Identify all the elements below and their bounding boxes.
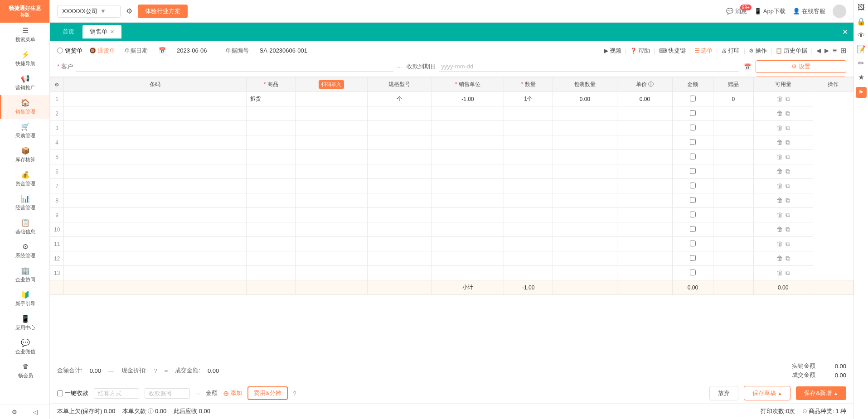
cell-quantity[interactable]: [432, 251, 504, 266]
cell-gift[interactable]: [673, 251, 713, 266]
cell-quantity[interactable]: [432, 164, 504, 179]
barcode-input[interactable]: [68, 139, 242, 146]
cell-barcode[interactable]: [64, 106, 247, 121]
gift-checkbox[interactable]: [690, 154, 696, 159]
cell-quantity[interactable]: [432, 222, 504, 237]
gift-checkbox[interactable]: [690, 270, 696, 275]
sidebar-item-search-order[interactable]: ☰ 搜索菜单: [0, 23, 49, 47]
barcode-input[interactable]: [68, 125, 242, 131]
gift-checkbox[interactable]: [690, 226, 696, 232]
cell-price[interactable]: [553, 135, 617, 150]
settings-button[interactable]: ⚙: [126, 7, 132, 15]
cell-spec[interactable]: [295, 121, 367, 135]
barcode-input[interactable]: [68, 168, 242, 175]
rt-note-icon[interactable]: 📝: [857, 45, 866, 53]
cell-product[interactable]: [247, 121, 296, 135]
delete-icon[interactable]: 🗑: [776, 110, 783, 117]
copy-icon[interactable]: ⧉: [786, 182, 790, 190]
copy-icon[interactable]: ⧉: [786, 269, 790, 277]
cell-barcode[interactable]: [64, 150, 247, 164]
gift-checkbox[interactable]: [690, 96, 696, 101]
account-dots[interactable]: ···: [195, 390, 200, 397]
cell-price[interactable]: [553, 222, 617, 237]
copy-icon[interactable]: ⧉: [786, 255, 790, 262]
cell-barcode[interactable]: [64, 251, 247, 266]
cell-price[interactable]: [553, 106, 617, 121]
copy-icon[interactable]: ⧉: [786, 197, 790, 204]
tab-sales-order[interactable]: 销售单 ✕: [82, 25, 121, 39]
cell-price[interactable]: 0.00: [553, 92, 617, 106]
cell-barcode[interactable]: [64, 92, 247, 106]
cell-product[interactable]: [247, 179, 296, 193]
cell-product[interactable]: [247, 222, 296, 237]
sidebar-item-quick-nav[interactable]: ⚡ 快捷导航: [0, 47, 49, 71]
add-button[interactable]: ⊕ 添加: [223, 389, 242, 398]
copy-icon[interactable]: ⧉: [786, 124, 790, 132]
company-selector[interactable]: XXXXXX公司 ▼: [57, 5, 121, 18]
cell-quantity[interactable]: [432, 106, 504, 121]
sidebar-item-basic-info[interactable]: 📋 基础信息: [0, 215, 49, 239]
scan-button[interactable]: 扫码录入: [319, 80, 344, 89]
delete-icon[interactable]: 🗑: [776, 182, 783, 190]
cell-price[interactable]: [553, 150, 617, 164]
cell-product[interactable]: [247, 164, 296, 179]
cell-quantity[interactable]: [432, 237, 504, 251]
sidebar-item-operations[interactable]: 📊 经营管理: [0, 191, 49, 215]
expense-button[interactable]: 费用&分摊: [247, 386, 288, 400]
app-download-button[interactable]: 📱 App下载: [754, 7, 786, 15]
gift-checkbox[interactable]: [690, 197, 696, 203]
delete-icon[interactable]: 🗑: [776, 240, 783, 248]
cell-spec[interactable]: [295, 135, 367, 150]
copy-icon[interactable]: ⧉: [786, 240, 790, 248]
delete-icon[interactable]: 🗑: [776, 211, 783, 219]
cell-spec[interactable]: [295, 164, 367, 179]
online-service-button[interactable]: 👤 在线客服: [793, 7, 825, 15]
cell-product[interactable]: [247, 135, 296, 150]
gift-checkbox[interactable]: [690, 255, 696, 261]
barcode-input[interactable]: [68, 241, 242, 247]
cell-price[interactable]: [553, 266, 617, 280]
rt-img-icon[interactable]: 🖼: [858, 4, 865, 12]
receive-date-calendar-icon[interactable]: 📅: [744, 63, 751, 70]
rt-eye-icon[interactable]: 👁: [858, 31, 865, 39]
copy-icon[interactable]: ⧉: [786, 139, 790, 146]
cell-quantity[interactable]: [432, 121, 504, 135]
cell-product[interactable]: [247, 193, 296, 208]
cell-spec[interactable]: [295, 251, 367, 266]
rt-star-icon[interactable]: ★: [858, 73, 864, 82]
sidebar-item-purchase[interactable]: 🛒 采购管理: [0, 119, 49, 143]
print-action[interactable]: 🖨 打印: [721, 47, 740, 55]
cell-barcode[interactable]: [64, 237, 247, 251]
cell-barcode[interactable]: [64, 222, 247, 237]
rt-orange-icon[interactable]: ⚑: [856, 87, 867, 98]
cell-price[interactable]: [553, 251, 617, 266]
cell-product[interactable]: [247, 251, 296, 266]
cell-price[interactable]: [553, 193, 617, 208]
cell-spec[interactable]: [295, 193, 367, 208]
delete-icon[interactable]: 🗑: [776, 197, 783, 204]
cell-product[interactable]: 拆货: [247, 92, 296, 106]
cell-product[interactable]: [247, 106, 296, 121]
trial-button[interactable]: 体验行业方案: [138, 5, 188, 18]
gift-checkbox[interactable]: [690, 110, 696, 116]
cell-quantity[interactable]: [432, 135, 504, 150]
gift-checkbox[interactable]: [690, 183, 696, 188]
settings-icon[interactable]: ⚙: [12, 409, 17, 415]
collapse-icon[interactable]: ◁: [33, 409, 38, 415]
select-action[interactable]: ☰ 选单: [694, 47, 713, 55]
cell-barcode[interactable]: [64, 266, 247, 280]
cell-spec[interactable]: [295, 92, 367, 106]
delete-icon[interactable]: 🗑: [776, 124, 783, 132]
cell-gift[interactable]: [673, 222, 713, 237]
sidebar-item-wechat[interactable]: 💬 企业微信: [0, 335, 49, 359]
sidebar-item-finance[interactable]: 💰 资金管理: [0, 167, 49, 191]
cell-gift[interactable]: [673, 135, 713, 150]
barcode-input[interactable]: [68, 255, 242, 262]
cell-barcode[interactable]: [64, 135, 247, 150]
barcode-input[interactable]: [68, 183, 242, 189]
cell-gift[interactable]: [673, 121, 713, 135]
col-scan[interactable]: 扫码录入: [295, 77, 367, 92]
cell-gift[interactable]: [673, 179, 713, 193]
cell-price[interactable]: [553, 237, 617, 251]
delete-icon[interactable]: 🗑: [776, 153, 783, 161]
